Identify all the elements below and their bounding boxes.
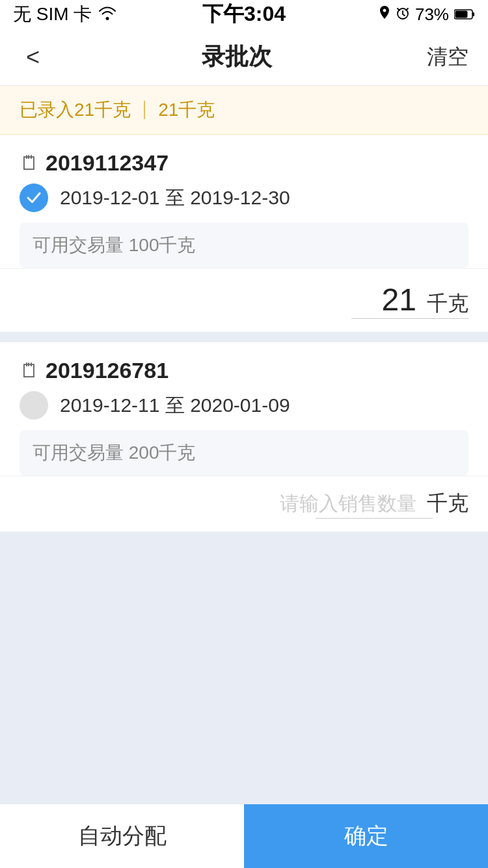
alarm-icon (396, 5, 410, 25)
item-card-1: 🗒 2019112347 2019-12-01 至 2019-12-30 可用交… (0, 135, 488, 332)
item1-details: 🗒 2019112347 2019-12-01 至 2019-12-30 可用交… (0, 135, 488, 268)
item1-amount-unit: 千克 (427, 290, 468, 318)
status-right: 73% (379, 5, 475, 25)
item2-underline (316, 518, 433, 519)
clear-button[interactable]: 清空 (427, 43, 468, 72)
item1-date-row[interactable]: 2019-12-01 至 2019-12-30 (20, 183, 468, 212)
item1-date: 2019-12-01 至 2019-12-30 (60, 185, 290, 211)
location-icon (379, 5, 390, 25)
item2-date-row[interactable]: 2019-12-11 至 2020-01-09 (20, 391, 468, 420)
battery-icon (454, 5, 475, 25)
battery-percent: 73% (415, 5, 449, 25)
info-value: 21千克 (158, 98, 215, 122)
info-banner: 已录入21千克 21千克 (0, 86, 488, 135)
item2-id-row: 🗒 2019126781 (20, 358, 468, 383)
item2-details: 🗒 2019126781 2019-12-11 至 2020-01-09 可用交… (0, 342, 488, 476)
item1-amount-row: 21 千克 (0, 269, 488, 332)
item1-icon: 🗒 (20, 152, 39, 174)
item2-date: 2019-12-11 至 2020-01-09 (60, 392, 290, 419)
wifi-icon (98, 4, 116, 25)
page-title: 录批次 (202, 41, 272, 73)
info-label: 已录入21千克 (20, 98, 131, 122)
item1-quantity: 可用交易量 100千克 (20, 223, 468, 268)
auto-distribute-button[interactable]: 自动分配 (0, 804, 244, 868)
item1-underline (351, 318, 468, 319)
svg-rect-3 (455, 10, 468, 18)
item1-amount-value[interactable]: 21 (382, 282, 416, 318)
item2-id: 2019126781 (46, 358, 169, 383)
status-left: 无 SIM 卡 (13, 2, 116, 27)
item-card-2: 🗒 2019126781 2019-12-11 至 2020-01-09 可用交… (0, 342, 488, 532)
status-bar: 无 SIM 卡 下午3:04 73% (0, 0, 488, 29)
back-button[interactable]: < (20, 37, 46, 77)
gray-area (0, 532, 488, 805)
item2-radio-unchecked[interactable] (20, 391, 48, 420)
item1-radio-checked[interactable] (20, 183, 48, 212)
item1-id: 2019112347 (46, 150, 169, 176)
svg-rect-2 (472, 12, 474, 16)
item2-icon: 🗒 (20, 360, 39, 382)
item2-amount-section: 请输入销售数量 千克 (0, 476, 488, 532)
item2-quantity: 可用交易量 200千克 (20, 430, 468, 476)
section-separator-1 (0, 332, 488, 342)
item1-amount-section: 21 千克 (0, 268, 488, 332)
item2-input-unit: 千克 (427, 489, 468, 518)
item1-id-row: 🗒 2019112347 (20, 150, 468, 176)
info-divider (144, 101, 145, 119)
confirm-button[interactable]: 确定 (244, 804, 488, 868)
nav-bar: < 录批次 清空 (0, 29, 488, 86)
carrier-text: 无 SIM 卡 (13, 2, 92, 27)
bottom-bar: 自动分配 确定 (0, 804, 488, 868)
status-time: 下午3:04 (202, 0, 286, 29)
item2-input-row: 请输入销售数量 千克 (0, 476, 488, 532)
item2-input-placeholder[interactable]: 请输入销售数量 (280, 491, 416, 517)
